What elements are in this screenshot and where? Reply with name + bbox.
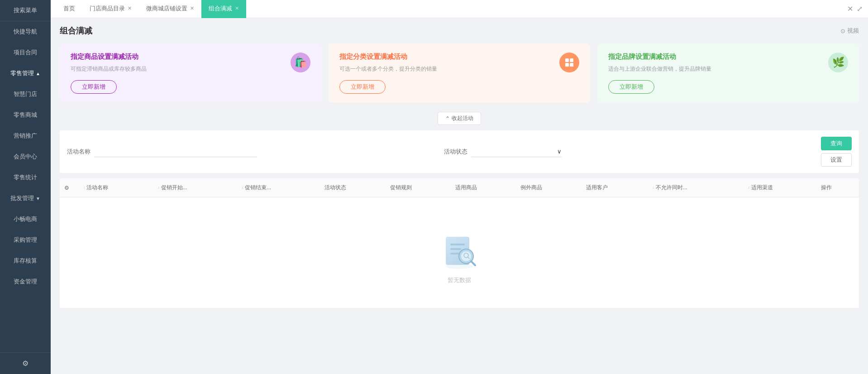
sort-arrows-icon[interactable]: ↕ <box>157 186 159 190</box>
category-activity-card: 指定分类设置满减活动 可选一个或者多个分类，提升分类的销量 立即新增 <box>329 43 590 103</box>
empty-state-text: 暂无数据 <box>73 276 845 284</box>
sort-arrows-icon[interactable]: ↕ <box>652 186 654 190</box>
svg-line-12 <box>471 261 475 265</box>
chevron-up-icon: ⌃ <box>445 115 450 122</box>
maximize-window-icon[interactable]: ⤢ <box>857 5 863 13</box>
activity-cards: 指定商品设置满减活动 🛍️ 可指定滞销商品或库存较多商品 立即新增 指定分类设置… <box>60 43 859 103</box>
table-col-promo-start: ↕ 促销开始... <box>152 178 236 197</box>
category-add-button[interactable]: 立即新增 <box>339 80 386 94</box>
activity-table: ⚙ ↕ 活动名称 ↕ 促销开始... ↕ 促销结束... <box>60 178 859 308</box>
sort-arrows-icon[interactable]: ↕ <box>83 186 85 190</box>
table-col-applicable-goods: 适用商品 <box>451 178 516 197</box>
chevron-up-icon: ▲ <box>36 71 40 76</box>
svg-rect-1 <box>570 58 573 62</box>
product-card-desc: 可指定滞销商品或库存较多商品 <box>71 65 310 73</box>
table-col-exception-goods: 例外商品 <box>516 178 581 197</box>
table-col-applicable-customers: 适用客户 <box>582 178 647 197</box>
empty-state-icon <box>437 230 482 271</box>
search-bar: 活动名称 活动状态 ∨ 查询 设置 <box>60 130 859 173</box>
main-area: 首页 门店商品目录 ✕ 微商城店铺设置 ✕ 组合满减 ✕ ✕ ⤢ 组合满减 ⊙ … <box>51 0 868 374</box>
sidebar-item-wholesale-mgmt[interactable]: 批发管理 ▼ <box>0 188 51 209</box>
query-button[interactable]: 查询 <box>821 137 852 150</box>
sidebar-item-capital-mgmt[interactable]: 资金管理 <box>0 271 51 292</box>
tab-combo-discount[interactable]: 组合满减 ✕ <box>201 0 246 18</box>
page-header: 组合满减 ⊙ 视频 <box>60 25 859 36</box>
tab-bar: 首页 门店商品目录 ✕ 微商城店铺设置 ✕ 组合满减 ✕ ✕ ⤢ <box>51 0 868 18</box>
close-icon[interactable]: ✕ <box>128 5 132 11</box>
category-card-title: 指定分类设置满减活动 <box>339 53 579 61</box>
product-card-title: 指定商品设置满减活动 <box>71 53 310 61</box>
activity-name-input[interactable] <box>94 146 257 157</box>
tab-wechat-store[interactable]: 微商城店铺设置 ✕ <box>139 0 201 18</box>
sidebar-item-retail-mgmt[interactable]: 零售管理 ▲ <box>0 63 51 84</box>
table-container: ⚙ ↕ 活动名称 ↕ 促销开始... ↕ 促销结束... <box>60 178 859 308</box>
svg-rect-2 <box>565 63 569 67</box>
sort-arrows-icon[interactable]: ↕ <box>242 186 243 190</box>
table-col-activity-name: ↕ 活动名称 <box>78 178 152 197</box>
svg-rect-7 <box>450 244 465 245</box>
activity-name-field: 活动名称 <box>67 146 433 157</box>
category-card-desc: 可选一个或者多个分类，提升分类的销量 <box>339 65 579 73</box>
sidebar: 搜索菜单 快捷导航 项目合同 零售管理 ▲ 智慧门店 零售商城 营销推广 会员中… <box>0 0 51 374</box>
settings-button[interactable]: 设置 <box>821 153 852 167</box>
close-icon[interactable]: ✕ <box>235 5 239 11</box>
collapse-bar: ⌃ 收起活动 <box>60 108 859 130</box>
sidebar-item-inventory[interactable]: 库存核算 <box>0 250 51 271</box>
search-actions: 查询 设置 <box>821 137 852 167</box>
empty-state: 暂无数据 <box>64 203 854 302</box>
brand-card-title: 指定品牌设置满减活动 <box>608 53 848 61</box>
table-col-promo-end: ↕ 促销结束... <box>236 178 320 197</box>
chevron-down-icon: ▼ <box>36 196 40 201</box>
sidebar-item-membership[interactable]: 会员中心 <box>0 146 51 167</box>
sort-arrows-icon[interactable]: ↕ <box>748 186 749 190</box>
tab-home[interactable]: 首页 <box>56 0 82 18</box>
play-circle-icon: ⊙ <box>840 28 845 34</box>
brand-add-button[interactable]: 立即新增 <box>608 80 654 94</box>
table-col-no-concurrent: ↕ 不允许同时... <box>647 178 742 197</box>
tab-store-catalog[interactable]: 门店商品目录 ✕ <box>82 0 139 18</box>
brand-card-desc: 适合与上游企业联合做营销，提升品牌销量 <box>608 65 848 73</box>
sidebar-item-marketing[interactable]: 营销推广 <box>0 125 51 146</box>
page-content: 组合满减 ⊙ 视频 指定商品设置满减活动 🛍️ 可指定滞销商品或库存较多商品 立… <box>51 18 868 374</box>
table-col-applicable-channels: ↕ 适用渠道 <box>742 178 816 197</box>
activity-status-label: 活动状态 <box>444 148 467 156</box>
table-col-actions: 操作 <box>816 178 859 197</box>
activity-name-label: 活动名称 <box>67 148 91 156</box>
settings-gear-icon[interactable]: ⚙ <box>0 352 51 374</box>
brand-activity-card: 指定品牌设置满减活动 🌿 适合与上游企业联合做营销，提升品牌销量 立即新增 <box>597 43 859 103</box>
product-activity-card: 指定商品设置满减活动 🛍️ 可指定滞销商品或库存较多商品 立即新增 <box>60 43 321 103</box>
svg-rect-3 <box>570 63 573 67</box>
svg-rect-8 <box>450 248 461 250</box>
sidebar-item-quick-nav[interactable]: 快捷导航 <box>0 21 51 42</box>
activity-status-select[interactable]: ∨ <box>471 146 562 157</box>
category-card-icon <box>559 53 579 72</box>
table-col-promo-rules: 促销规则 <box>386 178 451 197</box>
sidebar-item-retail-mall[interactable]: 零售商城 <box>0 105 51 125</box>
sidebar-item-xiaochangec[interactable]: 小畅电商 <box>0 209 51 230</box>
table-header: ⚙ ↕ 活动名称 ↕ 促销开始... ↕ 促销结束... <box>60 178 859 197</box>
sidebar-item-retail-stats[interactable]: 零售统计 <box>0 167 51 188</box>
svg-rect-0 <box>565 58 569 62</box>
page-title: 组合满减 <box>60 25 92 36</box>
brand-card-icon: 🌿 <box>828 53 848 72</box>
chevron-down-icon: ∨ <box>557 148 562 155</box>
sidebar-item-project-contract[interactable]: 项目合同 <box>0 42 51 63</box>
sidebar-search[interactable]: 搜索菜单 <box>0 0 51 21</box>
sidebar-item-smart-store[interactable]: 智慧门店 <box>0 84 51 105</box>
table-body: 暂无数据 <box>60 197 859 308</box>
window-buttons: ✕ ⤢ <box>847 5 863 13</box>
close-window-icon[interactable]: ✕ <box>847 5 853 13</box>
product-card-icon: 🛍️ <box>291 53 310 72</box>
activity-status-field: 活动状态 ∨ <box>444 146 810 157</box>
empty-row: 暂无数据 <box>60 197 859 308</box>
table-gear-header[interactable]: ⚙ <box>60 178 78 197</box>
close-icon[interactable]: ✕ <box>190 5 194 11</box>
sidebar-item-purchase-mgmt[interactable]: 采购管理 <box>0 230 51 250</box>
table-col-activity-status: 活动状态 <box>320 178 385 197</box>
product-add-button[interactable]: 立即新增 <box>71 80 117 94</box>
video-link[interactable]: ⊙ 视频 <box>840 27 859 35</box>
collapse-activities-button[interactable]: ⌃ 收起活动 <box>438 112 481 125</box>
